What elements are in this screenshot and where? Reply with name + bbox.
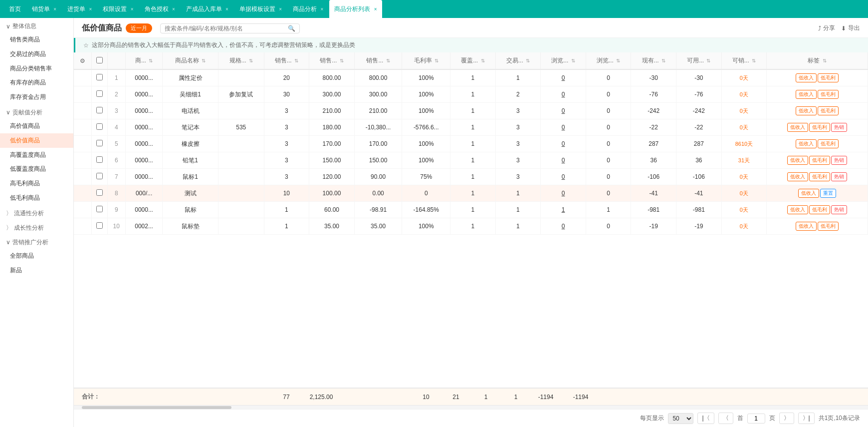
col-code[interactable]: 商... ⇅ [125,52,163,69]
cell-browse1[interactable]: 1 [541,202,586,218]
sidebar-item-low-value[interactable]: 低价值商品 [0,133,73,148]
cell-stock1: -76 [631,86,676,103]
cell-checkbox[interactable] [91,119,107,136]
cell-browse1[interactable]: 0 [541,185,586,202]
sidebar-item-low-margin[interactable]: 低毛利商品 [0,191,73,205]
search-icon[interactable]: 🔍 [288,25,295,32]
browse-link[interactable]: 0 [562,91,565,98]
cell-coverage: 1 [450,202,496,218]
browse-link[interactable]: 0 [562,173,565,180]
chevron-down-icon: ∨ [6,109,10,116]
browse-link[interactable]: 0 [562,223,565,230]
col-browse2[interactable]: 浏览... ⇅ [586,52,631,69]
last-page-button[interactable]: 〉| [798,413,815,424]
cell-checkbox[interactable] [91,218,107,235]
col-trade[interactable]: 交易... ⇅ [495,52,541,69]
cell-checkbox[interactable] [91,169,107,185]
cell-browse1[interactable]: 0 [541,119,586,136]
prev-page-button[interactable]: 〈 [718,413,733,424]
next-page-button[interactable]: 〉 [779,413,794,424]
cell-browse2: 0 [586,103,631,119]
cell-browse1[interactable]: 0 [541,136,586,152]
search-input[interactable] [165,25,288,32]
browse-link[interactable]: 0 [562,74,565,81]
cell-checkbox[interactable] [91,103,107,119]
cell-checkbox[interactable] [91,152,107,169]
cell-margin: 100% [402,69,450,86]
sidebar-item-high-value[interactable]: 高价值商品 [0,119,73,133]
cell-coverage: 1 [450,169,496,185]
cell-code: 0000... [125,136,163,152]
nav-template[interactable]: 单据模板设置 × [234,0,287,18]
cell-browse1[interactable]: 0 [541,152,586,169]
cell-code: 0000... [125,86,163,103]
sidebar-item-high-coverage[interactable]: 高覆盖度商品 [0,148,73,162]
col-settings[interactable]: ⚙ [74,52,91,69]
sidebar-item-stock-funds[interactable]: 库存资金占用 [0,90,73,104]
col-stock1[interactable]: 现有... ⇅ [631,52,676,69]
cell-tags: 低收入重置 [767,185,868,202]
nav-analysis-list[interactable]: 商品分析列表 × [329,0,382,18]
cell-browse1[interactable]: 0 [541,103,586,119]
browse-link[interactable]: 0 [562,124,565,131]
sidebar-item-high-margin[interactable]: 高毛利商品 [0,176,73,191]
col-browse1[interactable]: 浏览... ⇅ [541,52,586,69]
export-button[interactable]: ⬇ 导出 [841,24,860,32]
first-page-button[interactable]: |〈 [697,413,714,424]
col-sale2[interactable]: 销售... ⇅ [309,52,355,69]
browse-link[interactable]: 0 [562,190,565,197]
browse-link[interactable]: 0 [562,157,565,164]
cell-sale2: 170.00 [309,136,355,152]
cell-checkbox[interactable] [91,69,107,86]
cell-browse1[interactable]: 0 [541,169,586,185]
col-sale1[interactable]: 销售... ⇅ [264,52,309,69]
cell-spec: 参加复试 [218,86,264,103]
sidebar-item-stock-goods[interactable]: 有库存的商品 [0,75,73,90]
share-icon: ⤴ [818,25,821,32]
horizontal-scrollbar[interactable] [74,405,868,409]
filter-recent-month[interactable]: 近一月 [126,23,152,33]
cell-browse1[interactable]: 0 [541,218,586,235]
sidebar-item-category-sales[interactable]: 商品分类销售率 [0,61,73,76]
col-coverage[interactable]: 覆盖... ⇅ [450,52,496,69]
cell-checkbox[interactable] [91,136,107,152]
sidebar-item-sales-goods[interactable]: 销售类商品 [0,32,73,47]
col-margin[interactable]: 毛利率 ⇅ [402,52,450,69]
cell-trade: 1 [495,218,541,235]
sidebar-item-traded-goods[interactable]: 交易过的商品 [0,47,73,61]
page-number-input[interactable] [747,414,765,424]
cell-browse1[interactable]: 0 [541,69,586,86]
sidebar-item-all-goods[interactable]: 全部商品 [0,249,73,263]
share-button[interactable]: ⤴ 分享 [818,24,835,32]
nav-analysis[interactable]: 商品分析 × [288,0,328,18]
cell-browse1[interactable]: 0 [541,86,586,103]
nav-home[interactable]: 首页 [4,0,26,18]
sidebar-item-new-goods[interactable]: 新品 [0,263,73,278]
info-icon: ☆ [83,42,89,49]
cell-sale2: 120.00 [309,169,355,185]
cell-checkbox[interactable] [91,202,107,218]
nav-product-in[interactable]: 产成品入库单 × [181,0,233,18]
col-sellable[interactable]: 可销... ⇅ [721,52,767,69]
page-size-select[interactable]: 50 100 [668,413,693,424]
browse-link[interactable]: 0 [562,140,565,147]
sidebar-item-low-coverage[interactable]: 低覆盖度商品 [0,162,73,176]
col-name[interactable]: 商品名称 ⇅ [163,52,218,69]
col-checkbox-all[interactable] [91,52,107,69]
nav-sales[interactable]: 销货单 × [27,0,61,18]
col-tags[interactable]: 标签 ⇅ [767,52,868,69]
cell-coverage: 1 [450,136,496,152]
cell-checkbox[interactable] [91,185,107,202]
sidebar-section-marketing: ∨ 营销推广分析 [0,234,73,249]
nav-role[interactable]: 角色授权 × [140,0,180,18]
cell-checkbox[interactable] [91,86,107,103]
col-spec[interactable]: 规格... ⇅ [218,52,264,69]
nav-permission[interactable]: 权限设置 × [98,0,138,18]
table-container[interactable]: ⚙ 商... ⇅ 商品名称 ⇅ 规格... ⇅ 销售... ⇅ 销售... ⇅ … [74,52,868,388]
col-stock2[interactable]: 可用... ⇅ [676,52,722,69]
browse-link[interactable]: 1 [562,206,565,213]
col-sale3[interactable]: 销售... ⇅ [354,52,402,69]
nav-purchase[interactable]: 进货单 × [62,0,97,18]
cell-browse2: 0 [586,119,631,136]
browse-link[interactable]: 0 [562,107,565,114]
